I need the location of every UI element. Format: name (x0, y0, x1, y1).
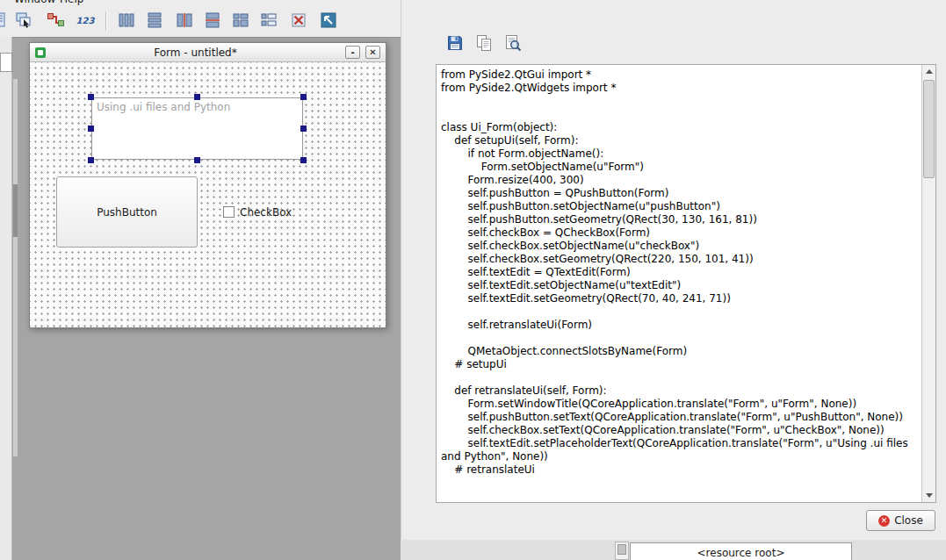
save-button[interactable] (444, 32, 466, 54)
code-line: def retranslateUi(self, Form): (441, 384, 919, 398)
code-line: self.checkBox.setText(QCoreApplication.t… (441, 424, 919, 437)
code-line: # setupUi (441, 358, 919, 371)
form-canvas[interactable]: Using .ui files and Python PushButton Ch… (30, 62, 386, 327)
code-line: from PySide2.QtGui import * (441, 68, 919, 82)
layout-horizontal-icon (117, 11, 136, 30)
layout-vertical-splitter-button[interactable] (201, 9, 224, 32)
code-line: self.pushButton.setGeometry(QRect(30, 13… (441, 213, 919, 226)
adjust-size-button[interactable] (317, 9, 340, 32)
resource-root-label: <resource root> (697, 547, 785, 559)
scroll-down-arrow[interactable] (922, 489, 935, 502)
resource-scrollbar-handle[interactable] (617, 544, 626, 555)
code-text[interactable]: from PySide2.QtGui import *from PySide2.… (441, 68, 919, 499)
widgetbox-filter-fragment[interactable] (0, 53, 12, 72)
code-line: self.textEdit.setPlaceholderText(QCoreAp… (441, 437, 919, 450)
toolbar-partial-button[interactable] (0, 9, 11, 32)
code-line: # retranslateUi (441, 463, 919, 477)
layout-horizontal-splitter-icon (175, 11, 194, 30)
code-preview-dialog: from PySide2.QtGui import *from PySide2.… (401, 0, 946, 540)
layout-vertical-button[interactable] (143, 9, 166, 32)
checkbox-indicator (223, 206, 235, 218)
save-icon (445, 33, 465, 53)
code-line: Form.setObjectName(u"Form") (441, 161, 919, 174)
find-button[interactable] (502, 32, 524, 54)
checkbox-widget[interactable]: CheckBox (223, 194, 312, 230)
adjust-size-icon (319, 11, 338, 30)
code-line: self.checkBox.setGeometry(QRect(220, 150… (441, 253, 919, 266)
selection-handle[interactable] (88, 157, 94, 163)
layout-form-icon (259, 11, 278, 30)
widgetbox-scrollbar[interactable] (13, 79, 18, 456)
close-button[interactable]: ✕ Close (866, 510, 935, 531)
textedit-placeholder: Using .ui files and Python (91, 97, 303, 160)
selection-handle[interactable] (194, 94, 200, 100)
code-line (441, 332, 919, 345)
selection-handle[interactable] (194, 157, 200, 163)
copy-button[interactable] (473, 32, 495, 54)
layout-vertical-splitter-icon (203, 11, 222, 30)
break-layout-button[interactable] (287, 9, 310, 32)
code-line: QMetaObject.connectSlotsByName(Form) (441, 345, 919, 358)
code-line: and Python", None)) (441, 450, 919, 463)
code-view[interactable]: from PySide2.QtGui import *from PySide2.… (436, 64, 936, 503)
form-window-titlebar[interactable]: Form - untitled* - ✕ (30, 43, 386, 62)
edit-tab-order-button[interactable]: 123 (74, 9, 97, 32)
edit-tab-order-icon: 123 (76, 16, 95, 25)
pushbutton-widget[interactable]: PushButton (56, 176, 198, 248)
code-line: from PySide2.QtWidgets import * (441, 82, 919, 95)
code-line: self.checkBox = QCheckBox(Form) (441, 226, 919, 240)
selection-handle[interactable] (88, 94, 94, 100)
resource-browser-fragment: <resource root> (401, 540, 946, 560)
close-label: Close (894, 514, 923, 527)
find-icon (503, 33, 523, 53)
code-line: self.textEdit = QTextEdit(Form) (441, 266, 919, 279)
edit-widgets-button[interactable] (12, 9, 35, 32)
selection-handle[interactable] (300, 126, 307, 132)
code-line: Form.setWindowTitle(QCoreApplication.tra… (441, 398, 919, 411)
layout-horizontal-button[interactable] (115, 9, 138, 32)
document-partial-icon (0, 11, 9, 30)
qt-designer-screen: Window Help 123 (0, 0, 946, 560)
code-line: self.pushButton.setText(QCoreApplication… (441, 411, 919, 424)
code-line: Form.resize(400, 300) (441, 174, 919, 187)
selection-handle[interactable] (300, 94, 307, 100)
code-line: if not Form.objectName(): (441, 147, 919, 161)
code-line: self.textEdit.setGeometry(QRect(70, 40, … (441, 292, 919, 305)
code-line: self.retranslateUi(Form) (441, 319, 919, 332)
layout-horizontal-splitter-button[interactable] (173, 9, 196, 32)
code-vertical-scrollbar[interactable] (921, 65, 935, 502)
checkbox-label: CheckBox (240, 206, 292, 219)
widgetbox-scrollbar-handle[interactable] (13, 184, 18, 237)
toolbar-separator (105, 11, 106, 31)
selection-handle[interactable] (300, 157, 307, 163)
edit-signals-slots-icon (46, 11, 65, 30)
resource-tree[interactable]: <resource root> (630, 542, 852, 560)
code-line (441, 108, 919, 121)
code-line (441, 95, 919, 108)
edit-signals-slots-button[interactable] (44, 9, 67, 32)
layout-grid-button[interactable] (229, 9, 252, 32)
code-line: self.checkBox.setObjectName(u"checkBox") (441, 240, 919, 253)
form-editor-window: Form - untitled* - ✕ Using .ui files and… (29, 42, 386, 328)
copy-icon (474, 33, 494, 53)
scroll-up-arrow[interactable] (922, 65, 935, 78)
form-minimize-button[interactable]: - (345, 46, 360, 59)
code-line: self.pushButton = QPushButton(Form) (441, 187, 919, 200)
code-line: self.pushButton.setObjectName(u"pushButt… (441, 200, 919, 213)
scrollbar-handle[interactable] (923, 80, 935, 178)
code-line: class Ui_Form(object): (441, 121, 919, 134)
resource-scrollbar[interactable] (615, 542, 629, 560)
selection-handle[interactable] (88, 126, 94, 132)
textedit-widget[interactable]: Using .ui files and Python (91, 97, 303, 160)
edit-widgets-icon (14, 11, 33, 30)
layout-form-button[interactable] (257, 9, 280, 32)
code-line: def setupUi(self, Form): (441, 134, 919, 147)
widgetbox-panel-fragment (0, 37, 12, 560)
form-close-button[interactable]: ✕ (365, 46, 380, 59)
dialog-toolbar (444, 32, 524, 54)
form-window-title: Form - untitled* (51, 47, 340, 59)
main-toolbar: 123 (0, 5, 401, 37)
code-line (441, 305, 919, 319)
code-line: self.textEdit.setObjectName(u"textEdit") (441, 279, 919, 292)
code-line (441, 371, 919, 384)
